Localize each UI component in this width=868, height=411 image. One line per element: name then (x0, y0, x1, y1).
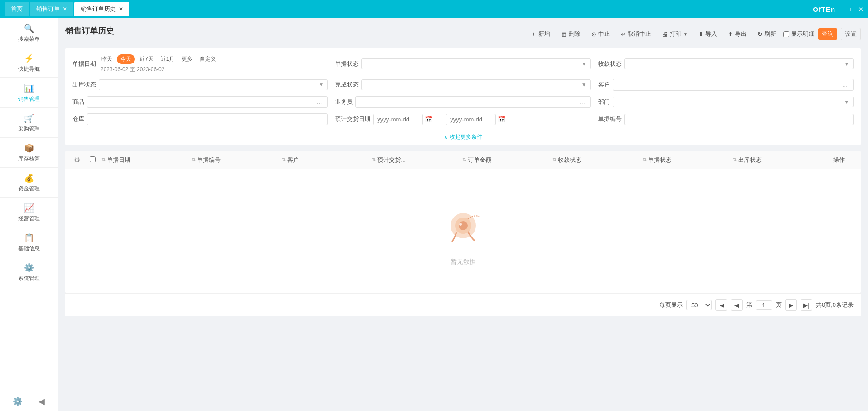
th-actions: 操作 (821, 156, 857, 164)
select-all-input[interactable] (90, 156, 96, 162)
date-custom-btn[interactable]: 自定义 (197, 54, 219, 64)
display-detail-checkbox[interactable]: 显示明细 (783, 30, 815, 38)
warehouse-ellipsis-btn[interactable]: ... (315, 116, 324, 123)
delete-icon: 🗑 (561, 31, 567, 38)
tab-sales-order-history-close[interactable]: ✕ (119, 6, 123, 12)
page-size-label: 每页显示 (659, 301, 683, 309)
settings-button[interactable]: 设置 (841, 28, 861, 40)
sidebar-item-inventory-check[interactable]: 📦 库存核算 (0, 138, 58, 168)
bill-no-input[interactable] (628, 116, 849, 123)
sidebar-item-purchase-mgmt[interactable]: 🛒 采购管理 (0, 108, 58, 138)
page-size-select[interactable]: 50 10 20 100 (686, 300, 712, 310)
tab-sales-order[interactable]: 销售订单 ✕ (30, 2, 73, 16)
delete-button[interactable]: 🗑 删除 (557, 28, 584, 40)
sidebar-item-capital-mgmt[interactable]: 💰 资金管理 (0, 168, 58, 198)
quick-nav-icon: ⚡ (24, 53, 34, 63)
tab-sales-order-close[interactable]: ✕ (62, 6, 67, 12)
table-select-all-checkbox[interactable] (85, 156, 100, 164)
content-area: 销售订单历史 ＋ 新增 🗑 删除 ⊘ 中止 ↩ 取消中止 (58, 18, 868, 411)
payment-status-arrow-icon: ▼ (844, 61, 849, 67)
stop-button[interactable]: ⊘ 中止 (588, 28, 614, 40)
customer-ellipsis-btn[interactable]: ... (840, 81, 849, 88)
th-no-label: 单据编号 (197, 156, 221, 164)
delivery-date-to-cal-icon[interactable]: 📅 (498, 116, 505, 123)
display-detail-label: 显示明细 (791, 30, 815, 38)
sidebar-item-sales-mgmt[interactable]: 📊 销售管理 (0, 78, 58, 108)
payment-status-select[interactable]: ▼ (624, 58, 854, 69)
salesperson-input[interactable] (360, 99, 578, 106)
completion-status-label: 完成状态 (335, 81, 359, 89)
query-button[interactable]: 查询 (818, 28, 837, 40)
tab-sales-order-history[interactable]: 销售订单历史 ✕ (74, 2, 129, 16)
product-ellipsis-btn[interactable]: ... (315, 98, 324, 106)
sidebar-bottom-settings[interactable]: ⚙️ (13, 396, 23, 406)
th-payment-status[interactable]: ⇅ 收款状态 (551, 156, 641, 164)
page-number-input[interactable] (756, 300, 772, 310)
th-customer-sort-icon: ⇅ (282, 157, 286, 163)
empty-illustration (441, 205, 486, 251)
filter-warehouse-cell: 仓库 ... (72, 113, 328, 125)
page-last-btn[interactable]: ▶| (801, 299, 812, 311)
print-button[interactable]: 🖨 打印 ▼ (658, 28, 691, 40)
warehouse-input[interactable] (91, 116, 315, 123)
window-maximize[interactable]: □ (850, 6, 854, 13)
window-minimize[interactable]: — (840, 6, 846, 13)
bill-status-select[interactable]: ▼ (361, 58, 590, 69)
date-7days-btn[interactable]: 近7天 (137, 54, 156, 64)
filter-customer-cell: 客户 ... (598, 79, 854, 91)
collapse-up-icon: ∧ (444, 134, 448, 140)
page-prev-btn[interactable]: ◀ (731, 299, 743, 311)
sidebar-item-ops-mgmt-label: 经营管理 (18, 215, 40, 222)
search-menu-icon: 🔍 (24, 24, 34, 34)
sidebar-item-basic-info[interactable]: 📋 基础信息 (0, 227, 58, 257)
export-button[interactable]: ⬆ 导出 (724, 28, 750, 40)
product-input[interactable] (91, 99, 315, 106)
th-delivery-label: 预计交货... (377, 156, 406, 164)
basic-info-icon: 📋 (24, 233, 34, 243)
th-bill-status[interactable]: ⇅ 单据状态 (641, 156, 731, 164)
sidebar-item-quick-nav[interactable]: ⚡ 快捷导航 (0, 48, 58, 78)
salesperson-ellipsis-btn[interactable]: ... (578, 98, 587, 106)
delivery-date-from-cal-icon[interactable]: 📅 (425, 116, 432, 123)
delivery-date-to-input[interactable] (446, 114, 496, 125)
settings-label: 设置 (845, 30, 857, 38)
sidebar-item-search-menu[interactable]: 🔍 搜索菜单 (0, 18, 58, 48)
page-first-btn[interactable]: |◀ (715, 299, 727, 311)
customer-input[interactable] (617, 82, 841, 88)
th-delivery[interactable]: ⇅ 预计交货... (370, 156, 460, 164)
date-more-btn[interactable]: 更多 (179, 54, 195, 64)
collapse-text: 收起更多条件 (450, 133, 482, 141)
new-button[interactable]: ＋ 新增 (527, 28, 554, 40)
collapse-bar[interactable]: ∧ 收起更多条件 (72, 131, 854, 144)
sidebar-item-ops-mgmt[interactable]: 📈 经营管理 (0, 198, 58, 227)
th-customer[interactable]: ⇅ 客户 (280, 156, 370, 164)
sidebar-collapse-btn[interactable]: ◀ (38, 396, 45, 406)
department-select[interactable]: ▼ (613, 97, 854, 107)
pagination-total: 共0页,0条记录 (816, 301, 854, 309)
new-label: 新增 (538, 30, 550, 38)
cancel-stop-button[interactable]: ↩ 取消中止 (617, 28, 655, 40)
tab-home[interactable]: 首页 (5, 2, 29, 16)
date-1month-btn[interactable]: 近1月 (158, 54, 177, 64)
product-label: 商品 (72, 98, 84, 106)
window-close[interactable]: ✕ (858, 6, 863, 13)
delivery-date-from-input[interactable] (373, 114, 423, 125)
th-warehouse-status[interactable]: ⇅ 出库状态 (731, 156, 821, 164)
table-settings-icon[interactable]: ⚙ (69, 155, 85, 164)
th-no[interactable]: ⇅ 单据编号 (190, 156, 280, 164)
sidebar-item-capital-mgmt-label: 资金管理 (18, 185, 40, 193)
import-button[interactable]: ⬇ 导入 (695, 28, 721, 40)
th-amount[interactable]: ⇅ 订单金额 (460, 156, 551, 164)
warehouse-status-select[interactable]: ▼ (99, 79, 328, 90)
date-today-btn[interactable]: 今天 (117, 54, 135, 64)
top-bar: 首页 销售订单 ✕ 销售订单历史 ✕ OfTEn — □ ✕ (0, 0, 868, 18)
page-next-btn[interactable]: ▶ (785, 299, 797, 311)
completion-status-select[interactable]: ▼ (361, 79, 590, 90)
filter-product-cell: 商品 ... (72, 96, 328, 108)
date-yesterday-btn[interactable]: 昨天 (99, 54, 115, 64)
display-detail-input[interactable] (783, 31, 789, 37)
refresh-button[interactable]: ↻ 刷新 (754, 28, 780, 40)
sidebar-item-sys-mgmt[interactable]: ⚙️ 系统管理 (0, 257, 58, 287)
th-date[interactable]: ⇅ 单据日期 (100, 156, 190, 164)
stop-label: 中止 (598, 30, 610, 38)
